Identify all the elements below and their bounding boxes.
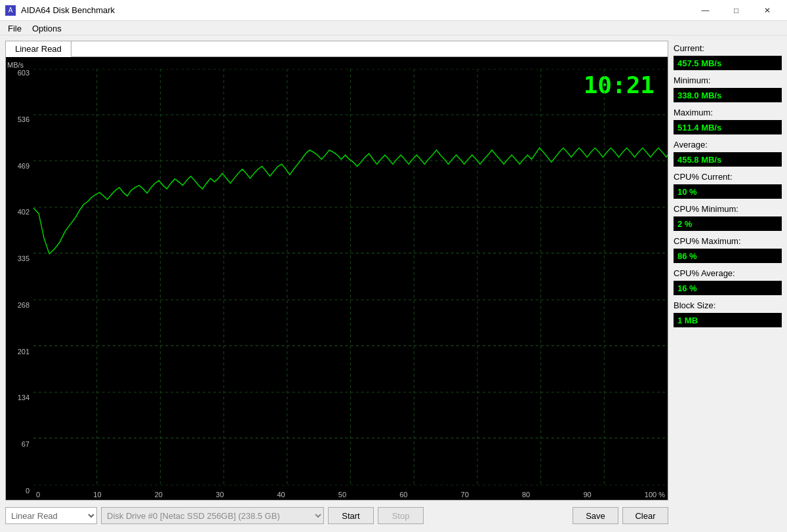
- cpu-maximum-value: 86 %: [674, 249, 782, 263]
- app-icon: A: [5, 5, 16, 16]
- x-label-60: 60: [399, 491, 407, 499]
- y-axis-labels: 0 67 134 201 268 335 402 469 536 603: [6, 57, 33, 500]
- menu-bar: File Options: [0, 21, 787, 35]
- left-panel: Linear Read MB/s 0 67 134 201 268 335 40…: [5, 41, 668, 527]
- save-button[interactable]: Save: [573, 507, 618, 524]
- app-title: AIDA64 Disk Benchmark: [21, 5, 115, 15]
- disk-select[interactable]: Disk Drive #0 [Netac SSD 256GB] (238.5 G…: [101, 507, 324, 524]
- cpu-average-label: CPU% Average:: [674, 268, 782, 278]
- maximum-label: Maximum:: [674, 108, 782, 117]
- cpu-current-value: 10 %: [674, 184, 782, 199]
- title-bar: A AIDA64 Disk Benchmark — □ ✕: [0, 0, 787, 21]
- cpu-minimum-label: CPU% Minimum:: [674, 204, 782, 214]
- tab-header: Linear Read: [6, 41, 668, 57]
- clear-button[interactable]: Clear: [622, 507, 668, 524]
- current-label: Current:: [674, 43, 782, 53]
- chart-svg: [33, 69, 668, 485]
- start-button[interactable]: Start: [328, 507, 374, 524]
- tab-linear-read[interactable]: Linear Read: [6, 41, 71, 57]
- title-bar-left: A AIDA64 Disk Benchmark: [5, 5, 115, 16]
- stop-button[interactable]: Stop: [378, 507, 424, 524]
- bottom-controls: Linear Read Disk Drive #0 [Netac SSD 256…: [5, 504, 668, 527]
- minimum-label: Minimum:: [674, 75, 782, 85]
- y-label-536: 536: [7, 115, 32, 123]
- x-label-40: 40: [277, 491, 285, 499]
- y-label-268: 268: [7, 301, 32, 309]
- average-label: Average:: [674, 140, 782, 150]
- window-controls: — □ ✕: [691, 4, 782, 17]
- y-label-134: 134: [7, 394, 32, 401]
- maximum-value: 511.4 MB/s: [674, 120, 782, 134]
- x-label-50: 50: [338, 491, 346, 499]
- block-size-value: 1 MB: [674, 313, 782, 327]
- chart-area: MB/s 0 67 134 201 268 335 402 469 536 60…: [6, 57, 668, 500]
- menu-file[interactable]: File: [3, 22, 27, 33]
- x-label-10: 10: [93, 491, 101, 499]
- close-button[interactable]: ✕: [752, 4, 782, 17]
- y-label-469: 469: [7, 162, 32, 170]
- main-content: Linear Read MB/s 0 67 134 201 268 335 40…: [0, 35, 787, 532]
- y-label-402: 402: [7, 208, 32, 216]
- y-label-67: 67: [7, 440, 32, 448]
- x-label-30: 30: [216, 491, 224, 499]
- menu-options[interactable]: Options: [27, 22, 67, 33]
- cpu-maximum-label: CPU% Maximum:: [674, 236, 782, 246]
- current-value: 457.5 MB/s: [674, 56, 782, 70]
- x-label-20: 20: [155, 491, 163, 499]
- maximize-button[interactable]: □: [721, 4, 751, 17]
- x-label-0: 0: [36, 491, 40, 499]
- block-size-label: Block Size:: [674, 300, 782, 310]
- y-label-603: 603: [7, 69, 32, 77]
- average-value: 455.8 MB/s: [674, 152, 782, 167]
- x-label-80: 80: [522, 491, 530, 499]
- chart-inner: [33, 69, 668, 485]
- cpu-average-value: 16 %: [674, 281, 782, 295]
- x-label-70: 70: [461, 491, 469, 499]
- minimum-value: 338.0 MB/s: [674, 88, 782, 102]
- y-label-335: 335: [7, 255, 32, 262]
- cpu-minimum-value: 2 %: [674, 216, 782, 231]
- tab-container: Linear Read MB/s 0 67 134 201 268 335 40…: [5, 41, 668, 501]
- x-axis-labels: 0 10 20 30 40 50 60 70 80 90 100 %: [33, 491, 668, 499]
- x-label-100: 100 %: [645, 491, 665, 499]
- y-label-201: 201: [7, 348, 32, 356]
- x-label-90: 90: [583, 491, 591, 499]
- minimize-button[interactable]: —: [691, 4, 720, 17]
- right-panel: Current: 457.5 MB/s Minimum: 338.0 MB/s …: [674, 41, 782, 527]
- cpu-current-label: CPU% Current:: [674, 172, 782, 182]
- test-type-select[interactable]: Linear Read: [5, 507, 97, 524]
- y-label-0: 0: [7, 487, 32, 495]
